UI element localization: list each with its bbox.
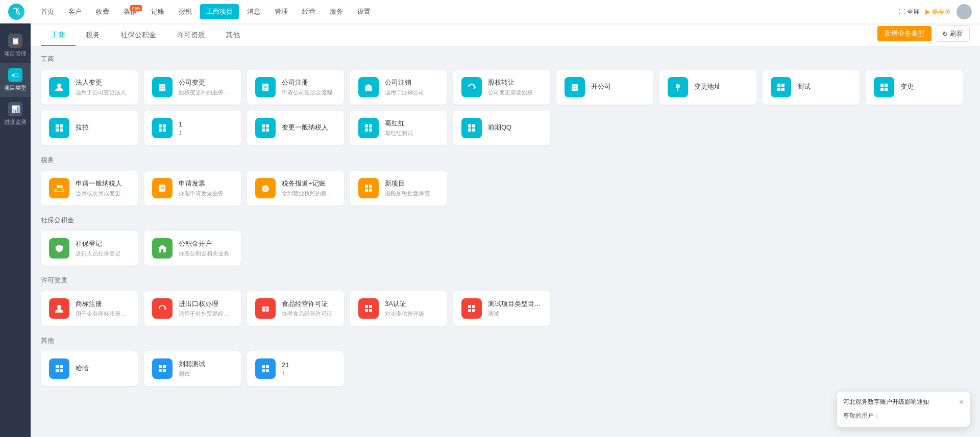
service-card-gongshang-6[interactable]: 变更地址 — [659, 70, 756, 105]
add-type-button[interactable]: 新增业务类型 — [877, 26, 932, 41]
service-card-gongshang-1[interactable]: 公司变更股权变更外的业务变更 — [144, 70, 241, 105]
sidebar-label-1: 项目类型 — [4, 84, 27, 92]
service-card-shuiwu-1[interactable]: 申请发票办理申请发票业务 — [144, 171, 241, 205]
user-avatar[interactable] — [957, 4, 972, 19]
service-card-qita-1[interactable]: 刘聪测试测试 — [144, 351, 241, 386]
card-name-gongshang-0: 法人变更 — [76, 78, 130, 87]
svg-rect-56 — [369, 189, 372, 192]
vip-button[interactable]: ▶ 畅会员 — [925, 8, 950, 16]
svg-point-0 — [57, 84, 61, 88]
tab-工商[interactable]: 工商 — [41, 23, 76, 46]
service-card-shebao-0[interactable]: 社保登记进行人员社保登记 — [41, 231, 138, 266]
svg-rect-67 — [369, 309, 372, 312]
svg-rect-71 — [472, 309, 475, 312]
service-card-gongshang-0[interactable]: 法人变更适用于公司变更法人 — [41, 70, 138, 105]
card-icon-qita-0 — [49, 358, 69, 379]
card-desc-shuiwu-3: 报税加税控盘保管 — [385, 190, 439, 197]
svg-rect-32 — [159, 128, 162, 132]
service-card-gongshang-4[interactable]: 股权转让公司变更需要股权转让 — [453, 70, 550, 105]
card-icon-gongshang-5 — [565, 77, 585, 97]
service-card-shuiwu-2[interactable]: ¥税务报道+记账拿到营业执照的新公司 — [247, 171, 344, 205]
nav-item-经营[interactable]: 经营 — [296, 4, 322, 19]
service-card-qita-2[interactable]: 211 — [247, 351, 344, 386]
sidebar-item-2[interactable]: 📊进度监测 — [0, 97, 31, 131]
card-content-gongshang-2: 公司注册申请公司注册全流程 — [282, 78, 336, 96]
nav-item-记账[interactable]: 记账 — [145, 4, 170, 19]
card-name-gongshang-4: 股权转让 — [488, 78, 542, 87]
nav-item-消息[interactable]: 消息 — [241, 4, 266, 19]
nav-item-首页[interactable]: 首页 — [35, 4, 60, 19]
service-card-gongshang-2[interactable]: 公司注册申请公司注册全流程 — [247, 70, 344, 105]
service-card-xuke-3[interactable]: 3A认证对企业信誉评级 — [350, 291, 447, 326]
service-card-shuiwu-0[interactable]: 申请一般纳税人当月或次月成变更完成 — [41, 171, 138, 205]
tab-税务[interactable]: 税务 — [76, 23, 110, 46]
svg-rect-38 — [365, 124, 368, 127]
service-card-xuke-2[interactable]: 食品经营许可证办理食品经营许可证 — [247, 291, 344, 326]
svg-rect-18 — [777, 84, 780, 87]
service-card-gongshang-11[interactable]: 变更一般纳税人 — [247, 111, 344, 145]
svg-rect-20 — [777, 88, 780, 91]
svg-rect-16 — [575, 88, 576, 89]
card-content-gongshang-4: 股权转让公司变更需要股权转让 — [488, 78, 542, 96]
card-name-gongshang-11: 变更一般纳税人 — [282, 123, 336, 132]
refresh-button[interactable]: ↻ 刷新 — [936, 25, 970, 42]
sidebar-item-1[interactable]: 🏷项目类型 — [0, 63, 31, 97]
card-desc-shebao-1: 办理公积金相关业务 — [179, 250, 233, 258]
svg-rect-82 — [262, 369, 265, 372]
card-name-gongshang-8: 变更 — [900, 82, 954, 91]
card-icon-shuiwu-1 — [152, 178, 173, 198]
nav-item-服务[interactable]: 服务 — [324, 4, 349, 19]
card-content-gongshang-0: 法人变更适用于公司变更法人 — [76, 78, 130, 96]
service-card-xuke-0[interactable]: 商标注册用于企业商标注册服务 — [41, 291, 138, 326]
card-icon-xuke-2 — [255, 298, 276, 319]
service-card-xuke-1[interactable]: 进出口权办理适用于对外贸易经营者 — [144, 291, 241, 326]
card-content-xuke-1: 进出口权办理适用于对外贸易经营者 — [179, 299, 233, 318]
card-content-gongshang-7: 测试 — [797, 82, 851, 93]
service-card-gongshang-5[interactable]: 开公司 — [556, 70, 653, 105]
card-content-shuiwu-0: 申请一般纳税人当月或次月成变更完成 — [76, 179, 130, 197]
nav-item-管理[interactable]: 管理 — [268, 4, 294, 19]
svg-marker-58 — [158, 245, 166, 248]
fullscreen-button[interactable]: ⛶ 全屏 — [899, 8, 919, 16]
service-card-xuke-4[interactable]: 测试项目类型目定义测试 — [453, 291, 550, 326]
nav-item-报税[interactable]: 报税 — [173, 4, 198, 19]
service-card-shebao-1[interactable]: 公积金开户办理公积金相关业务 — [144, 231, 241, 266]
card-name-gongshang-2: 公司注册 — [282, 78, 336, 87]
svg-rect-37 — [266, 128, 269, 132]
nav-item-票据[interactable]: 票据new — [117, 4, 143, 19]
nav-item-客户[interactable]: 客户 — [62, 4, 88, 19]
notification-close-button[interactable]: × — [959, 398, 964, 407]
card-icon-shuiwu-2: ¥ — [255, 178, 276, 198]
service-card-gongshang-7[interactable]: 测试 — [763, 70, 860, 105]
service-card-gongshang-8[interactable]: 变更 — [866, 70, 963, 105]
service-card-gongshang-3[interactable]: 公司注销适用于注销公司 — [350, 70, 447, 105]
tab-社保公积金[interactable]: 社保公积金 — [110, 23, 166, 46]
sidebar-item-0[interactable]: 📋项目管理 — [0, 29, 31, 63]
svg-text:¥: ¥ — [263, 187, 267, 192]
svg-point-47 — [60, 185, 63, 188]
card-name-shuiwu-3: 新项目 — [385, 179, 439, 188]
svg-rect-64 — [365, 305, 368, 308]
svg-rect-10 — [365, 86, 372, 91]
service-card-gongshang-13[interactable]: 前期QQ — [453, 111, 550, 145]
card-content-qita-2: 211 — [282, 361, 336, 376]
service-card-gongshang-12[interactable]: 葛红红葛红红测试 — [350, 111, 447, 145]
nav-item-设置[interactable]: 设置 — [351, 4, 377, 19]
card-content-shuiwu-1: 申请发票办理申请发票业务 — [179, 179, 233, 197]
nav-item-工商项目[interactable]: 工商项目 — [200, 4, 239, 19]
tab-许可资质[interactable]: 许可资质 — [166, 23, 215, 46]
sidebar-icon-0: 📋 — [8, 34, 22, 48]
service-card-gongshang-9[interactable]: 拉拉 — [41, 111, 138, 145]
service-card-shuiwu-3[interactable]: 新项目报税加税控盘保管 — [350, 171, 447, 205]
service-card-gongshang-10[interactable]: 11 — [144, 111, 241, 145]
card-desc-xuke-0: 用于企业商标注册服务 — [76, 310, 130, 318]
tab-其他[interactable]: 其他 — [215, 23, 250, 46]
card-grid-shebao: 社保登记进行人员社保登记公积金开户办理公积金相关业务 — [41, 231, 970, 266]
card-icon-qita-2 — [255, 358, 276, 379]
svg-rect-12 — [572, 84, 578, 91]
svg-rect-68 — [468, 305, 471, 308]
service-card-qita-0[interactable]: 哈哈 — [41, 351, 138, 386]
section-title-xuke: 许可资质 — [41, 276, 970, 285]
card-name-gongshang-6: 变更地址 — [694, 82, 748, 91]
nav-item-收费[interactable]: 收费 — [90, 4, 115, 19]
